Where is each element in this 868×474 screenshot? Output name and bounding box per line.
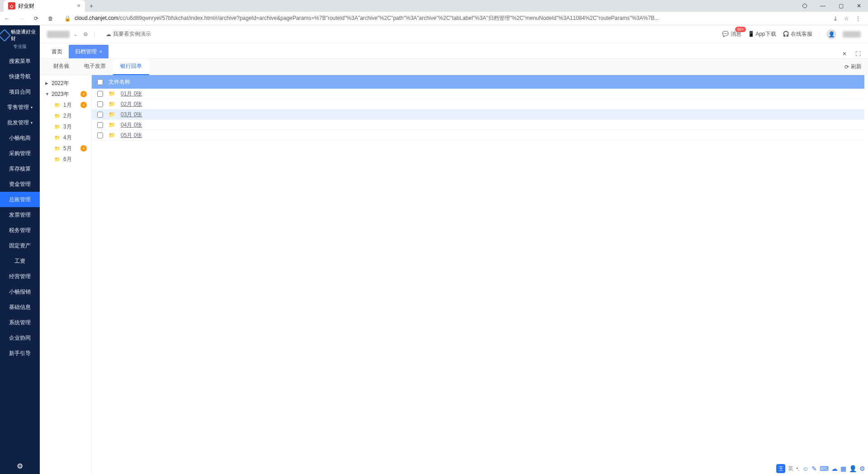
row-checkbox[interactable]: [97, 101, 103, 107]
fullscreen-icon[interactable]: ⛶: [854, 49, 863, 58]
sidebar-item-7[interactable]: 库存核算: [0, 161, 40, 176]
folder-icon: 📁: [54, 146, 61, 152]
url-field[interactable]: 🔒 cloud.chanjet.com/cc/u6d89qwnryel/57bf…: [61, 13, 828, 24]
sidebar-item-5[interactable]: 小畅电商: [0, 130, 40, 146]
close-icon[interactable]: ×: [77, 3, 80, 9]
trash-icon[interactable]: 🗑: [46, 15, 55, 22]
sub-tab-finance[interactable]: 财务账: [46, 59, 77, 75]
company-selector[interactable]: ⌄: [47, 31, 78, 38]
file-name[interactable]: 04月 0张: [121, 121, 142, 129]
sidebar-item-3[interactable]: 零售管理▾: [0, 100, 40, 115]
badge: 99+: [735, 27, 745, 32]
star-icon[interactable]: ☆: [844, 15, 849, 22]
tree-month-6[interactable]: 📁6月: [40, 154, 91, 165]
select-all-checkbox[interactable]: [97, 79, 103, 85]
message-button[interactable]: 💬 消息 99+: [722, 30, 741, 38]
logo-edition: 专业版: [0, 43, 40, 50]
table-row[interactable]: 📁03月 0张: [92, 109, 864, 120]
lock-icon: 🔒: [64, 15, 71, 22]
company-name-blurred: [47, 31, 70, 38]
file-table: 文件名称 📁01月 0张📁02月 0张📁03月 0张📁04月 0张📁05月 0张: [92, 75, 868, 474]
file-name[interactable]: 01月 0张: [121, 90, 142, 98]
browser-tab[interactable]: ◇ 好业财 ×: [4, 0, 85, 12]
tb-cloud-icon[interactable]: ☁: [831, 465, 838, 472]
table-row[interactable]: 📁04月 0张: [92, 120, 864, 130]
sidebar-item-14[interactable]: 经营管理: [0, 269, 40, 284]
tb-smile-icon[interactable]: ☺: [802, 465, 809, 472]
file-name[interactable]: 05月 0张: [121, 132, 142, 139]
notification-dot: i: [80, 145, 87, 152]
sidebar-item-9[interactable]: 总账管理: [0, 192, 40, 207]
sidebar-item-6[interactable]: 采购管理: [0, 146, 40, 161]
circle-icon[interactable]: [796, 0, 814, 12]
table-header: 文件名称: [92, 75, 864, 89]
row-checkbox[interactable]: [97, 122, 103, 128]
sub-tab-einvoice[interactable]: 电子发票: [77, 59, 113, 75]
sidebar-item-4[interactable]: 批发管理▾: [0, 115, 40, 130]
sidebar-item-18[interactable]: 企业协同: [0, 330, 40, 346]
tree-month-1[interactable]: 📁1月i: [40, 100, 91, 110]
sidebar-item-11[interactable]: 税务管理: [0, 223, 40, 238]
menu-icon[interactable]: ⋮: [855, 15, 861, 22]
sidebar-item-2[interactable]: 项目合同: [0, 84, 40, 100]
chevron-down-icon: ▾: [31, 105, 33, 109]
ime-badge[interactable]: 王: [776, 464, 785, 473]
tree-month-2[interactable]: 📁2月: [40, 110, 91, 121]
app-download-button[interactable]: 📱 App下载: [748, 30, 776, 38]
file-name[interactable]: 03月 0张: [121, 111, 142, 118]
sidebar-item-0[interactable]: 搜索菜单: [0, 53, 40, 69]
table-row[interactable]: 📁05月 0张: [92, 130, 864, 141]
tree-year-2023[interactable]: ▼ 2023年 i: [40, 89, 91, 100]
sidebar-item-1[interactable]: 快捷导航: [0, 69, 40, 84]
sidebar-item-10[interactable]: 发票管理: [0, 207, 40, 223]
cloud-icon: ☁: [106, 31, 111, 38]
gear-icon[interactable]: ⚙: [83, 31, 88, 38]
row-checkbox[interactable]: [97, 112, 103, 118]
tab-home[interactable]: 首页: [45, 45, 69, 58]
avatar[interactable]: 👤: [826, 29, 836, 39]
tree-month-4[interactable]: 📁4月: [40, 132, 91, 143]
install-icon[interactable]: ⤓: [833, 15, 838, 22]
demo-link[interactable]: ☁ 我要看实例演示: [106, 30, 151, 38]
tb-image-icon[interactable]: ▦: [840, 465, 846, 472]
sidebar-item-19[interactable]: 新手引导: [0, 346, 40, 361]
refresh-button[interactable]: ⟳ 刷新: [844, 63, 862, 71]
new-tab-button[interactable]: +: [90, 2, 93, 9]
window-controls: — ▢ ✕: [796, 0, 868, 12]
file-name[interactable]: 02月 0张: [121, 100, 142, 108]
tab-archive[interactable]: 归档管理 ×: [69, 45, 108, 58]
column-header-filename: 文件名称: [108, 78, 130, 86]
row-checkbox[interactable]: [97, 133, 103, 138]
sub-tab-bankreceipt[interactable]: 银行回单: [113, 59, 149, 75]
row-checkbox[interactable]: [97, 91, 103, 97]
tree-month-3[interactable]: 📁3月: [40, 121, 91, 132]
minimize-icon[interactable]: —: [814, 0, 832, 12]
sidebar-item-12[interactable]: 固定资产: [0, 238, 40, 253]
close-window-icon[interactable]: ✕: [850, 0, 868, 12]
sidebar-item-17[interactable]: 系统管理: [0, 315, 40, 330]
triangle-right-icon: ▶: [45, 81, 50, 85]
table-row[interactable]: 📁02月 0张: [92, 99, 864, 109]
sidebar-item-13[interactable]: 工资: [0, 253, 40, 269]
reload-icon[interactable]: ⟳: [32, 15, 41, 22]
folder-icon: 📁: [108, 101, 115, 107]
tree-year-2022[interactable]: ▶ 2022年: [40, 78, 91, 89]
browser-tab-bar: ◇ 好业财 × + — ▢ ✕: [0, 0, 868, 12]
tb-edit-icon[interactable]: ✎: [811, 465, 817, 472]
close-icon[interactable]: ×: [99, 49, 102, 54]
close-all-icon[interactable]: ✕: [840, 49, 849, 58]
sidebar-item-8[interactable]: 资金管理: [0, 176, 40, 192]
tree-month-5[interactable]: 📁5月i: [40, 143, 91, 154]
tb-person-icon[interactable]: 👤: [849, 465, 857, 472]
refresh-icon: ⟳: [844, 64, 849, 70]
gear-icon[interactable]: ⚙: [0, 458, 40, 474]
table-row[interactable]: 📁01月 0张: [92, 89, 864, 99]
sidebar-item-15[interactable]: 小畅报销: [0, 284, 40, 299]
ime-lang[interactable]: 英: [788, 465, 793, 473]
tb-gear-icon[interactable]: ⚙: [859, 465, 865, 472]
sidebar-item-16[interactable]: 基础信息: [0, 299, 40, 315]
online-service-button[interactable]: 🎧 在线客服: [783, 30, 812, 38]
tb-keyboard-icon[interactable]: ⌨: [820, 465, 829, 472]
maximize-icon[interactable]: ▢: [832, 0, 850, 12]
back-icon[interactable]: ←: [3, 15, 12, 22]
